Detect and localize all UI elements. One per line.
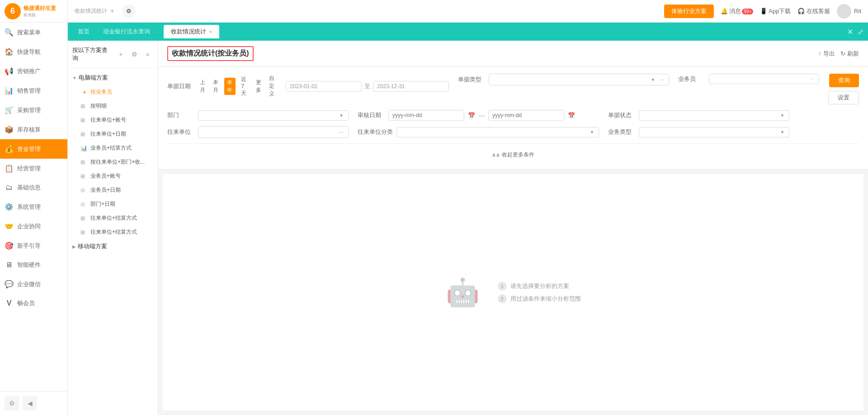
tree-item-salesman-account[interactable]: ⊞ 业务员+账号 xyxy=(68,169,158,183)
sidebar-item-finance[interactable]: 💰 资金管理 xyxy=(0,139,67,159)
biz-type-label: 业务类型 xyxy=(608,128,635,136)
partner-dropdown[interactable]: ··· xyxy=(198,126,349,138)
tab-collection[interactable]: 收款情况统计 × xyxy=(164,25,219,38)
topbar-breadcrumb: 收款情况统计 ▼ xyxy=(75,7,115,15)
sidebar-item-basic[interactable]: 🗂 基础信息 xyxy=(0,178,67,197)
date-end-input[interactable] xyxy=(373,81,449,92)
guide-icon: 🎯 xyxy=(5,241,14,250)
review-date-label: 审核日期 xyxy=(358,111,385,119)
refresh-btn[interactable]: ↻ 刷新 xyxy=(840,50,859,58)
salesman-dropdown[interactable]: ··· xyxy=(709,74,819,84)
tree-item-partner-settlement1[interactable]: ⊞ 往来单位+结算方式 xyxy=(68,211,158,225)
tree-item-dept-date[interactable]: ⊙ 部门+日期 xyxy=(68,197,158,211)
date-btn-7days[interactable]: 近7天 xyxy=(239,75,250,98)
tree-group-mobile-header[interactable]: ▶ 移动端方案 xyxy=(68,239,158,254)
salesman-label: 业务员 xyxy=(678,75,705,83)
sidebar-settings-btn[interactable]: ⚙ xyxy=(5,396,19,410)
tree-group-desktop-header[interactable]: ▼ 电脑端方案 xyxy=(68,71,158,85)
dept-arrow: ▼ xyxy=(339,113,344,118)
collapse-panel-btn[interactable]: « xyxy=(142,49,153,60)
app-download-btn[interactable]: 📱 App下载 xyxy=(760,7,791,15)
review-date-start-input[interactable] xyxy=(388,110,464,121)
tree-item-salesman-settlement[interactable]: 📊 业务员+结算方式 xyxy=(68,141,158,155)
sidebar-item-purchase[interactable]: 🛒 采购管理 xyxy=(0,100,67,120)
tab-collection-close[interactable]: × xyxy=(209,29,212,34)
tree-item-partner-settlement2[interactable]: ⊞ 往来单位+结算方式 xyxy=(68,225,158,239)
date-btn-this-month[interactable]: 本月 xyxy=(211,78,221,95)
sidebar-item-system[interactable]: ⚙️ 系统管理 xyxy=(0,197,67,217)
date-btn-custom[interactable]: 自定义 xyxy=(267,74,280,99)
calendar-icon-end[interactable]: 📅 xyxy=(568,112,575,119)
sidebar-item-wechat[interactable]: 💬 企业微信 xyxy=(0,274,67,294)
logo: 6 畅捷通好生意 标准版 xyxy=(0,0,67,23)
salesman-account-icon: ⊞ xyxy=(80,173,88,179)
tab-maximize-btn[interactable]: ⤢ xyxy=(858,28,863,36)
setting-scheme-btn[interactable]: ⚙ xyxy=(129,49,140,60)
tab-close-all-btn[interactable]: ✕ xyxy=(847,28,853,36)
date-btn-this-year[interactable]: 本年 xyxy=(224,78,236,95)
partner-cat-arrow: ▼ xyxy=(590,130,594,135)
filter-actions: 查询 设置 xyxy=(828,74,859,104)
date-btn-last-month[interactable]: 上月 xyxy=(198,78,208,95)
filter-row-3: 往来单位 ··· 往来单位分类 ▼ 业务类型 xyxy=(167,126,859,138)
partner-more-dots[interactable]: ··· xyxy=(339,129,344,135)
tab-home[interactable]: 首页 xyxy=(72,25,95,38)
salesman-filter-group: 业务员 ··· xyxy=(678,74,819,84)
sidebar-item-quick-nav[interactable]: 🏠 快捷导航 xyxy=(0,42,67,61)
biz-type-dropdown[interactable]: ▼ xyxy=(639,127,789,137)
tree-item-partner-date[interactable]: ⊞ 往来单位+日期 xyxy=(68,127,158,141)
left-panel-title: 按以下方案查询 xyxy=(72,46,113,62)
tab-bank-flow[interactable]: 现金银行流水查询 × xyxy=(96,25,163,38)
collapse-filter-btn[interactable]: ∧∧ 收起更多条件 xyxy=(167,147,859,162)
tree-item-partner-dept-col[interactable]: ⊞ 按往来单位+部门+收... xyxy=(68,155,158,169)
calendar-icon-start[interactable]: 📅 xyxy=(468,112,475,119)
username: Rit xyxy=(854,8,861,14)
doc-type-label: 单据类型 xyxy=(458,75,485,84)
doc-status-filter-group: 单据状态 ▼ xyxy=(608,110,789,121)
logo-icon: 6 xyxy=(5,3,21,19)
sidebar-item-guide[interactable]: 🎯 新手引导 xyxy=(0,236,67,255)
dept-dropdown[interactable]: ▼ xyxy=(198,110,349,121)
sidebar-item-inventory[interactable]: 📦 库存核算 xyxy=(0,120,67,139)
tab-bank-flow-close[interactable]: × xyxy=(153,29,156,34)
review-date-end-input[interactable] xyxy=(488,110,564,121)
date-btn-more[interactable]: 更多 xyxy=(254,78,264,95)
sidebar-item-member[interactable]: V 畅会员 xyxy=(0,294,67,313)
operation-icon: 📋 xyxy=(5,164,14,173)
tabs-right-actions: ✕ ⤢ xyxy=(847,28,863,36)
setting-btn[interactable]: 设置 xyxy=(828,91,859,104)
sidebar-item-search[interactable]: 🔍 搜索菜单 xyxy=(0,23,67,42)
empty-robot-icon: 🤖 xyxy=(446,276,480,308)
message-btn[interactable]: 🔔 消息99+ xyxy=(721,7,754,15)
tree-item-by-detail[interactable]: ⊞ 按明细 xyxy=(68,99,158,113)
add-scheme-btn[interactable]: + xyxy=(115,49,126,60)
sidebar-item-marketing[interactable]: 📢 营销推广 xyxy=(0,61,67,81)
active-scheme-icon: 🔸 xyxy=(80,89,88,96)
filter-area: 单据日期 上月 本月 本年 近7天 更多 自定义 至 xyxy=(158,67,868,170)
online-service-btn[interactable]: 🎧 在线客服 xyxy=(797,7,830,15)
tree-item-salesman-date[interactable]: ⊙ 业务员+日期 xyxy=(68,183,158,197)
doc-status-label: 单据状态 xyxy=(608,111,635,119)
tree-item-by-salesman[interactable]: 🔸 按业务员 xyxy=(68,85,158,99)
settings-gear-btn[interactable]: ⚙ xyxy=(122,5,136,18)
sidebar-item-sales[interactable]: 📊 销售管理 xyxy=(0,81,67,100)
sidebar-footer: ⚙ ◀ xyxy=(0,391,67,415)
scheme-tree: ▼ 电脑端方案 🔸 按业务员 ⊞ 按明细 ⊞ 往来单位+账号 xyxy=(68,68,158,415)
date-start-input[interactable] xyxy=(286,81,362,92)
query-btn[interactable]: 查询 xyxy=(829,74,859,87)
topbar: 收款情况统计 ▼ ⚙ 体验行业方案 🔔 消息99+ 📱 App下载 🎧 在线客服… xyxy=(68,0,868,23)
more-dots[interactable]: ··· xyxy=(660,76,664,83)
sidebar-item-corp[interactable]: 🤝 企业协同 xyxy=(0,217,67,236)
trial-btn[interactable]: 体验行业方案 xyxy=(664,5,714,18)
sidebar-item-hardware[interactable]: 🖥 智能硬件 xyxy=(0,255,67,274)
empty-steps: 1 请先选择要分析的方案 2 用过滤条件来缩小分析范围 xyxy=(498,282,581,303)
partner-category-dropdown[interactable]: ▼ xyxy=(396,127,599,137)
tree-item-partner-account[interactable]: ⊞ 往来单位+账号 xyxy=(68,113,158,127)
sidebar-collapse-btn[interactable]: ◀ xyxy=(23,396,37,410)
partner-settlement1-icon: ⊞ xyxy=(80,215,88,222)
export-btn[interactable]: ↑ 导出 xyxy=(819,50,835,58)
doc-type-dropdown[interactable]: ▼ ··· xyxy=(489,74,669,85)
sidebar-item-operation[interactable]: 📋 经营管理 xyxy=(0,159,67,178)
doc-status-dropdown[interactable]: ▼ xyxy=(639,110,789,121)
page-header-actions: ↑ 导出 ↻ 刷新 xyxy=(819,50,859,58)
